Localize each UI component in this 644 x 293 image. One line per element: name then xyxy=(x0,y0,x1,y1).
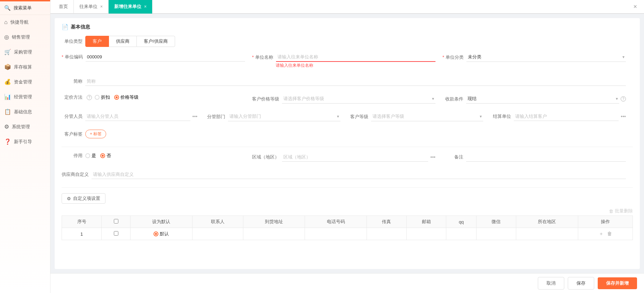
cell-default: 默认 xyxy=(131,228,193,240)
default-radio[interactable]: 默认 xyxy=(134,231,189,237)
unit-type-label: 单位类型 xyxy=(62,38,83,44)
sidebar-item-label: 销售管理 xyxy=(12,34,30,40)
sidebar-item-label: 库存核算 xyxy=(14,64,32,70)
tab-new-trade-unit-label: 新增往来单位 xyxy=(114,3,141,10)
cancel-button[interactable]: 取消 xyxy=(538,277,564,290)
cell-email xyxy=(407,228,446,240)
unit-code-label: 单位编码 xyxy=(62,54,83,60)
field-disabled: 停用 是 否 xyxy=(62,153,245,159)
radio-discount[interactable]: 折扣 xyxy=(95,94,110,100)
delete-row-icon[interactable]: 🗑 xyxy=(607,231,612,236)
sidebar-item-sales[interactable]: ◎ 销售管理 xyxy=(0,30,50,44)
sidebar-item-guide[interactable]: ❓ 新手引导 xyxy=(0,134,50,149)
disabled-yes-circle xyxy=(85,153,90,158)
field-unit-name: 单位名称 请输入往来单位名称 xyxy=(252,52,435,68)
add-tag-button[interactable]: + 标签 xyxy=(85,130,106,138)
sidebar-item-purchase[interactable]: 🛒 采购管理 xyxy=(0,44,50,59)
price-level-select[interactable]: 请选择客户价格等级 ▾ xyxy=(282,94,435,104)
dept-arrow-icon: ▾ xyxy=(337,114,339,119)
col-location: 所在地区 xyxy=(516,216,578,228)
close-new-trade-unit-icon[interactable]: × xyxy=(144,4,147,9)
unit-category-arrow-icon: ▾ xyxy=(622,55,625,59)
type-btn-supplier[interactable]: 供应商 xyxy=(109,36,136,47)
field-unit-category: 单位分类 未分类 ▾ xyxy=(442,52,626,62)
cell-contact xyxy=(192,228,243,240)
close-all-icon[interactable]: × xyxy=(629,3,641,10)
custom-settings-button[interactable]: ⚙ 自定义项设置 xyxy=(62,193,105,204)
tab-home-label: 首页 xyxy=(59,3,68,10)
customer-level-arrow-icon: ▾ xyxy=(480,114,482,119)
settlement-more-icon[interactable]: ••• xyxy=(621,114,626,119)
cell-address xyxy=(243,228,305,240)
guide-icon: ❓ xyxy=(4,138,11,145)
tab-new-trade-unit[interactable]: 新增往来单位 × xyxy=(109,0,152,14)
col-contact: 联系人 xyxy=(192,216,243,228)
save-new-button[interactable]: 保存并新增 xyxy=(598,277,637,289)
unit-category-select[interactable]: 未分类 ▾ xyxy=(466,52,626,62)
unit-name-input[interactable] xyxy=(276,52,435,62)
save-button[interactable]: 保存 xyxy=(568,277,594,290)
col-checkbox xyxy=(102,216,131,228)
cell-wechat xyxy=(476,228,516,240)
col-email: 邮箱 xyxy=(407,216,446,228)
row-supplier-custom: 供应商自定义 xyxy=(62,170,633,182)
sidebar-item-quick-nav[interactable]: ⌂ 快捷导航 xyxy=(0,15,50,30)
payment-terms-select[interactable]: 现结 ▾ xyxy=(466,94,619,104)
field-manager: 分管人员 ••• xyxy=(62,112,197,121)
sidebar-item-label: 快捷导航 xyxy=(10,19,29,25)
sidebar: 🔍 搜索菜单 ⌂ 快捷导航 ◎ 销售管理 🛒 采购管理 📦 库存核算 💰 资金管… xyxy=(0,0,50,293)
price-level-arrow-icon: ▾ xyxy=(432,96,434,101)
manager-input[interactable] xyxy=(85,112,190,121)
default-label: 默认 xyxy=(160,231,169,237)
sidebar-item-basic[interactable]: 📋 基础信息 xyxy=(0,104,50,119)
pricing-help-icon[interactable]: ? xyxy=(87,95,92,100)
sidebar-search-label: 搜索菜单 xyxy=(14,5,32,11)
payment-terms-help-icon[interactable]: ? xyxy=(621,96,626,101)
unit-category-label: 单位分类 xyxy=(442,54,464,60)
region-more-icon[interactable]: ••• xyxy=(430,154,435,160)
batch-delete-button[interactable]: 🗑 批量删除 xyxy=(609,208,633,214)
unit-name-error: 请输入往来单位名称 xyxy=(276,63,313,68)
radio-disabled-no[interactable]: 否 xyxy=(100,153,111,159)
select-all-checkbox[interactable] xyxy=(114,219,118,223)
radio-price-level[interactable]: 价格等级 xyxy=(114,94,139,100)
col-address: 到货地址 xyxy=(243,216,305,228)
supplier-custom-input[interactable] xyxy=(92,170,626,179)
cell-action: ＋ 🗑 xyxy=(578,228,633,240)
gear-icon: ⚙ xyxy=(67,196,71,201)
field-short-name: 简称 xyxy=(62,77,626,86)
dept-placeholder: 请输入分管部门 xyxy=(229,113,337,120)
short-name-input[interactable] xyxy=(85,77,626,86)
unit-type-row: 单位类型 客户 供应商 客户/供应商 xyxy=(62,36,633,47)
settlement-input[interactable] xyxy=(514,112,619,121)
col-qq: qq xyxy=(446,216,476,228)
close-trade-units-icon[interactable]: × xyxy=(100,4,103,9)
tab-home[interactable]: 首页 xyxy=(53,0,74,14)
type-btn-customer[interactable]: 客户 xyxy=(85,36,109,47)
sidebar-item-operations[interactable]: 📊 经营管理 xyxy=(0,89,50,104)
row-code-name-category: 单位编码 单位名称 请输入往来单位名称 单位分类 未分类 ▾ xyxy=(62,52,633,71)
row-shortname: 简称 xyxy=(62,77,633,89)
row-checkbox[interactable] xyxy=(114,231,118,236)
add-row-icon[interactable]: ＋ xyxy=(599,231,604,236)
unit-code-input[interactable] xyxy=(86,52,245,62)
dept-select[interactable]: 请输入分管部门 ▾ xyxy=(228,112,340,121)
radio-disabled-yes[interactable]: 是 xyxy=(85,153,96,159)
remarks-input[interactable] xyxy=(466,153,626,162)
short-name-label: 简称 xyxy=(62,78,83,84)
field-unit-code: 单位编码 xyxy=(62,52,245,62)
sidebar-search[interactable]: 🔍 搜索菜单 xyxy=(0,1,50,15)
sidebar-item-finance[interactable]: 💰 资金管理 xyxy=(0,74,50,89)
customer-level-select[interactable]: 请选择客户等级 ▾ xyxy=(371,112,483,121)
sidebar-item-system[interactable]: ⚙ 系统管理 xyxy=(0,119,50,134)
tab-trade-units[interactable]: 往来单位 × xyxy=(74,0,109,14)
payment-terms-label: 收款条件 xyxy=(442,96,463,102)
settlement-label: 结算单位 xyxy=(490,113,511,120)
type-btn-both[interactable]: 客户/供应商 xyxy=(136,36,175,47)
home-icon: ⌂ xyxy=(4,19,8,25)
region-input[interactable] xyxy=(282,153,428,162)
col-phone: 电话号码 xyxy=(305,216,367,228)
sales-icon: ◎ xyxy=(4,34,9,40)
sidebar-item-inventory[interactable]: 📦 库存核算 xyxy=(0,59,50,74)
manager-more-icon[interactable]: ••• xyxy=(193,114,198,119)
